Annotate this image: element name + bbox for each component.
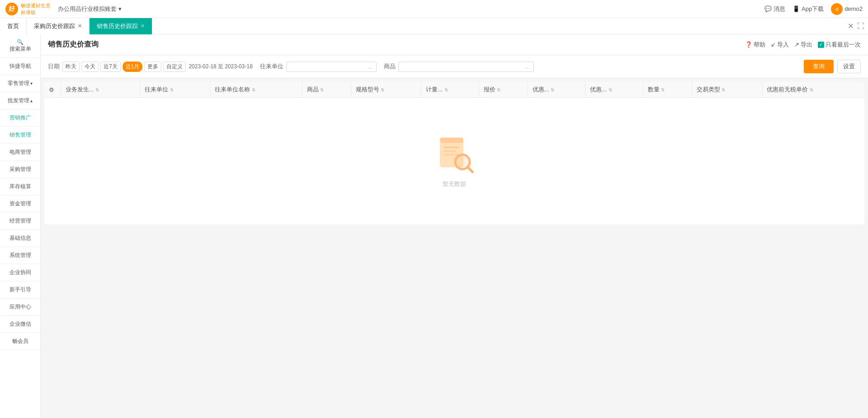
- svg-line-6: [467, 167, 472, 172]
- logo-area: 好 畅捷通好生意 标准版: [5, 2, 51, 15]
- sidebar-item-quick-nav[interactable]: 快捷导航: [0, 58, 40, 75]
- main-layout: 🔍 搜索菜单 快捷导航 零售管理 ▾ 批发管理 ▴ 营销推广 销售管理 电商管理: [0, 34, 868, 418]
- chevron-down-icon: ▾: [30, 81, 33, 86]
- col-goods[interactable]: 商品 ⇅: [302, 82, 351, 98]
- sidebar-item-inventory[interactable]: 库存核算: [0, 178, 40, 195]
- col-spec[interactable]: 规格型号 ⇅: [351, 82, 421, 98]
- date-btn-more[interactable]: 更多: [144, 62, 161, 72]
- col-discount1[interactable]: 优惠... ⇅: [528, 82, 585, 98]
- tab-close-purchase[interactable]: ✕: [78, 23, 82, 29]
- sidebar-item-sales-mgmt[interactable]: 销售管理: [0, 127, 40, 144]
- goods-input[interactable]: ...: [398, 62, 534, 72]
- sort-icon: ⇅: [444, 87, 448, 92]
- date-btn-today[interactable]: 今天: [81, 62, 99, 72]
- tab-sales-history[interactable]: 销售历史价跟踪 ✕: [90, 18, 152, 34]
- sort-icon: ⇅: [252, 87, 255, 92]
- table-header: ⚙ 业务发生... ⇅ 往来单位 ⇅ 往来单位名称 ⇅: [44, 82, 864, 98]
- col-biz-date[interactable]: 业务发生... ⇅: [61, 82, 140, 98]
- sidebar-item-marketing[interactable]: 营销推广: [0, 109, 40, 127]
- date-btn-yesterday[interactable]: 昨天: [62, 62, 80, 72]
- svg-rect-1: [440, 138, 463, 143]
- sidebar-item-enterprise-wechat[interactable]: 企业微信: [0, 316, 40, 333]
- sidebar-item-operation[interactable]: 经营管理: [0, 213, 40, 230]
- settings-button[interactable]: 设置: [837, 60, 861, 73]
- sort-icon: ⇅: [810, 87, 813, 92]
- empty-state: 暂无数据: [44, 98, 864, 224]
- sidebar-item-finance[interactable]: 资金管理: [0, 195, 40, 213]
- sidebar-item-wholesale-mgmt[interactable]: 批发管理 ▴: [0, 92, 40, 109]
- col-quantity[interactable]: 数量 ⇅: [643, 82, 692, 98]
- tab-home[interactable]: 首页: [0, 18, 27, 34]
- col-price[interactable]: 报价 ⇅: [479, 82, 528, 98]
- close-tab-btn[interactable]: ✕: [848, 22, 854, 30]
- message-btn[interactable]: 💬 消息: [764, 5, 785, 13]
- col-settings[interactable]: ⚙: [44, 82, 61, 98]
- content: 销售历史价查询 ❓ 帮助 ↙ 导入 ↗ 导出 ✓ 只看最后一次: [41, 34, 868, 418]
- app-download-btn[interactable]: 📱 App下载: [793, 5, 824, 13]
- col-counterparty-name[interactable]: 往来单位名称 ⇅: [210, 82, 302, 98]
- sidebar-item-app-center[interactable]: 应用中心: [0, 299, 40, 316]
- chevron-up-icon: ▴: [30, 98, 33, 103]
- sidebar-item-purchase[interactable]: 采购管理: [0, 161, 40, 178]
- only-last-toggle[interactable]: ✓ 只看最后一次: [818, 41, 861, 49]
- chevron-down-icon: ▾: [118, 5, 122, 12]
- date-btn-1month[interactable]: 近1月: [123, 62, 143, 72]
- counterparty-input[interactable]: ...: [286, 62, 377, 72]
- sidebar-item-search-menu[interactable]: 🔍 搜索菜单: [0, 34, 40, 58]
- sidebar-item-enterprise[interactable]: 企业协同: [0, 264, 40, 281]
- export-icon: ↗: [794, 41, 799, 48]
- col-unit[interactable]: 计量... ⇅: [421, 82, 479, 98]
- maximize-btn[interactable]: ⛶: [857, 22, 864, 30]
- date-btn-custom[interactable]: 自定义: [163, 62, 186, 72]
- tab-purchase-history[interactable]: 采购历史价跟踪 ✕: [27, 18, 90, 34]
- avatar: d: [831, 3, 843, 15]
- sidebar-item-system-mgmt[interactable]: 系统管理: [0, 247, 40, 264]
- empty-text: 暂无数据: [443, 180, 466, 188]
- user-profile[interactable]: d demo2: [831, 3, 863, 15]
- sidebar-item-basic-info[interactable]: 基础信息: [0, 230, 40, 247]
- col-counterparty-code[interactable]: 往来单位 ⇅: [140, 82, 210, 98]
- date-range: 2023-02-18 至 2023-03-18: [189, 63, 252, 71]
- filter-actions: 查询 设置: [804, 60, 861, 73]
- tabs-bar: 首页 采购历史价跟踪 ✕ 销售历史价跟踪 ✕ ✕ ⛶: [0, 18, 868, 34]
- query-button[interactable]: 查询: [804, 60, 834, 73]
- data-table: ⚙ 业务发生... ⇅ 往来单位 ⇅ 往来单位名称 ⇅: [44, 82, 864, 224]
- topbar-left: 好 畅捷通好生意 标准版 办公用品行业模拟账套 ▾: [5, 2, 125, 15]
- col-discount2[interactable]: 优惠... ⇅: [585, 82, 643, 98]
- help-btn[interactable]: ❓ 帮助: [745, 41, 765, 49]
- sidebar-item-member[interactable]: 畅会员: [0, 333, 40, 350]
- goods-label: 商品: [384, 62, 396, 71]
- page-title: 销售历史价查询: [48, 40, 99, 55]
- settings-icon: ⚙: [49, 86, 54, 93]
- sort-icon: ⇅: [722, 87, 725, 92]
- download-icon: 📱: [793, 5, 800, 12]
- import-btn[interactable]: ↙ 导入: [771, 41, 789, 49]
- svg-rect-2: [443, 147, 459, 148]
- table-body: 暂无数据: [44, 98, 864, 225]
- date-filter-group: 日期 昨天 今天 近7天 近1月 更多 自定义 2023-02-18 至 202…: [48, 62, 253, 72]
- col-trade-type[interactable]: 交易类型 ⇅: [692, 82, 762, 98]
- sort-icon: ⇅: [170, 87, 174, 92]
- sidebar-item-retail-mgmt[interactable]: 零售管理 ▾: [0, 75, 40, 92]
- import-icon: ↙: [771, 41, 776, 48]
- page-header: 销售历史价查询 ❓ 帮助 ↙ 导入 ↗ 导出 ✓ 只看最后一次: [41, 34, 868, 55]
- goods-filter-group: 商品 ...: [384, 62, 534, 72]
- counterparty-filter-group: 往来单位 ...: [260, 62, 377, 72]
- sidebar-item-newbie[interactable]: 新手引导: [0, 281, 40, 299]
- counterparty-dots: ...: [368, 63, 373, 70]
- filter-bar: 日期 昨天 今天 近7天 近1月 更多 自定义 2023-02-18 至 202…: [41, 55, 868, 78]
- message-icon: 💬: [764, 5, 772, 12]
- sort-icon: ⇅: [320, 87, 324, 92]
- date-btn-7days[interactable]: 近7天: [100, 62, 121, 72]
- svg-rect-4: [443, 154, 458, 156]
- export-btn[interactable]: ↗ 导出: [794, 41, 812, 49]
- checkbox-icon: ✓: [818, 42, 824, 48]
- sort-icon: ⇅: [497, 87, 500, 92]
- industry-selector[interactable]: 办公用品行业模拟账套 ▾: [54, 3, 125, 15]
- sidebar: 🔍 搜索菜单 快捷导航 零售管理 ▾ 批发管理 ▴ 营销推广 销售管理 电商管理: [0, 34, 41, 418]
- sort-icon: ⇅: [95, 87, 99, 92]
- col-pretax-price[interactable]: 优惠前无税单价 ⇅: [762, 82, 864, 98]
- tab-close-sales[interactable]: ✕: [141, 23, 145, 29]
- counterparty-label: 往来单位: [260, 62, 283, 71]
- sidebar-item-ecommerce[interactable]: 电商管理: [0, 144, 40, 161]
